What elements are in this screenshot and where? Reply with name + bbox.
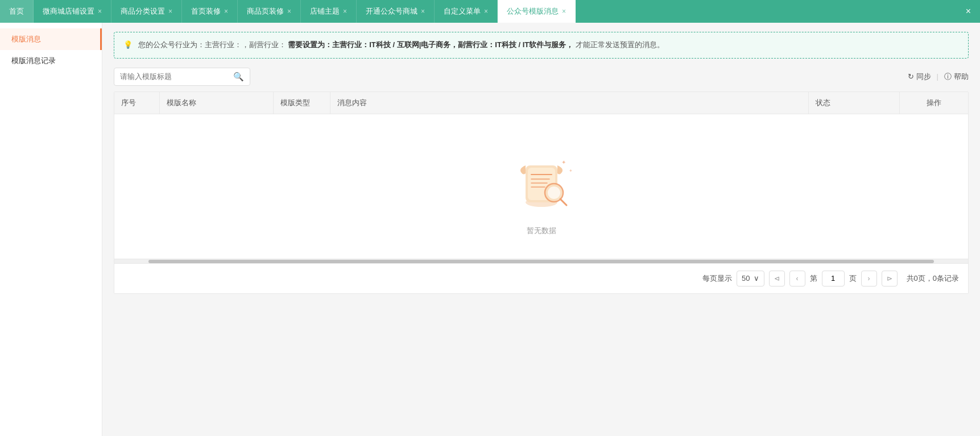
chevron-down-icon: ∨ [754, 274, 759, 283]
notice-icon: 💡 [123, 40, 133, 49]
help-icon: ⓘ [944, 72, 952, 82]
sidebar-item-template-record[interactable]: 模版消息记录 [0, 50, 102, 72]
empty-state: ✦ ✦ 暂无数据 [114, 114, 968, 259]
col-header-seq: 序号 [114, 92, 160, 114]
toolbar-right: ↻ 同步 | ⓘ 帮助 [908, 72, 969, 82]
svg-text:✦: ✦ [569, 168, 573, 173]
col-header-name: 模版名称 [160, 92, 274, 114]
col-header-action: 操作 [900, 92, 968, 114]
close-tab-category[interactable]: × [168, 7, 172, 15]
tab-product-decoration[interactable]: 商品页装修 × [238, 0, 301, 23]
empty-illustration: ✦ ✦ [507, 148, 576, 217]
page-unit-label: 页 [849, 273, 857, 284]
tab-home-decoration[interactable]: 首页装修 × [182, 0, 238, 23]
help-button[interactable]: ⓘ 帮助 [944, 72, 969, 82]
page-size-value: 50 [742, 274, 750, 283]
close-tab-custom-menu[interactable]: × [484, 7, 488, 15]
col-header-type: 模版类型 [274, 92, 330, 114]
search-icon[interactable]: 🔍 [233, 72, 244, 82]
toolbar: 🔍 ↻ 同步 | ⓘ 帮助 [114, 68, 969, 86]
table-header: 序号 模版名称 模版类型 消息内容 状态 操作 [114, 92, 968, 114]
col-header-status: 状态 [809, 92, 900, 114]
tab-store-theme[interactable]: 店铺主题 × [301, 0, 357, 23]
scrollbar-thumb[interactable] [148, 260, 934, 263]
tab-shop-settings[interactable]: 微商城店铺设置 × [34, 0, 111, 23]
tab-home[interactable]: 首页 [0, 0, 34, 23]
main-layout: 模版消息 模版消息记录 💡 您的公众号行业为：主营行业：，副营行业： 需要设置为… [0, 23, 980, 436]
sidebar: 模版消息 模版消息记录 [0, 23, 102, 436]
tab-custom-menu[interactable]: 自定义菜单 × [435, 0, 498, 23]
svg-point-8 [548, 186, 560, 199]
prev-page-button[interactable]: ‹ [789, 271, 805, 286]
sync-button[interactable]: ↻ 同步 [908, 72, 931, 82]
notice-box: 💡 您的公众号行业为：主营行业：，副营行业： 需要设置为：主营行业：IT科技 /… [114, 32, 969, 59]
tab-template-msg[interactable]: 公众号模版消息 × [498, 0, 576, 23]
close-tab-store-theme[interactable]: × [343, 7, 347, 15]
close-tab-shop-settings[interactable]: × [98, 7, 102, 15]
page-total: 共0页，0条记录 [907, 273, 959, 284]
search-input[interactable] [120, 72, 233, 81]
top-nav: 首页 微商城店铺设置 × 商品分类设置 × 首页装修 × 商品页装修 × 店铺主… [0, 0, 980, 23]
table: 序号 模版名称 模版类型 消息内容 状态 操作 [114, 92, 969, 294]
page-number-input[interactable] [822, 271, 845, 286]
first-page-button[interactable]: ⊲ [769, 271, 785, 286]
page-size-label: 每页显示 [702, 273, 732, 284]
horizontal-scrollbar[interactable] [114, 259, 968, 263]
col-header-content: 消息内容 [330, 92, 809, 114]
page-size-select[interactable]: 50 ∨ [737, 271, 764, 286]
close-tab-product-deco[interactable]: × [287, 7, 291, 15]
tab-category-settings[interactable]: 商品分类设置 × [111, 0, 182, 23]
close-tab-template-msg[interactable]: × [562, 7, 566, 15]
global-close-button[interactable]: × [957, 6, 980, 16]
current-page-label: 第 [810, 273, 817, 284]
toolbar-divider: | [937, 72, 938, 81]
close-tab-open-mall[interactable]: × [421, 7, 425, 15]
svg-text:✦: ✦ [561, 159, 566, 165]
close-tab-home-deco[interactable]: × [224, 7, 228, 15]
next-page-button[interactable]: › [861, 271, 877, 286]
tab-open-mall[interactable]: 开通公众号商城 × [357, 0, 435, 23]
content-area: 💡 您的公众号行业为：主营行业：，副营行业： 需要设置为：主营行业：IT科技 /… [102, 23, 980, 436]
sidebar-item-template-msg[interactable]: 模版消息 [0, 28, 102, 50]
search-box[interactable]: 🔍 [114, 68, 250, 86]
empty-text: 暂无数据 [527, 226, 556, 236]
svg-line-9 [560, 199, 567, 205]
pagination: 每页显示 50 ∨ ⊲ ‹ 第 页 › ⊳ 共0页，0条记录 [114, 263, 968, 293]
last-page-button[interactable]: ⊳ [882, 271, 898, 286]
sync-icon: ↻ [908, 72, 914, 81]
